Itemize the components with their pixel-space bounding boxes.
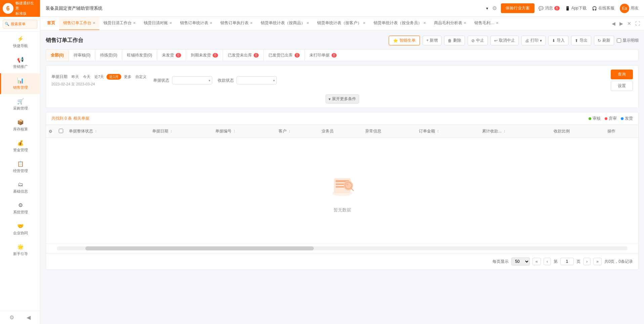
date-shortcut-7days[interactable]: 近7天 — [93, 74, 105, 80]
tab-close-btn[interactable]: ✕ — [210, 21, 212, 25]
tab-cash-reconcile[interactable]: 钱货日清对账 ✕ — [140, 17, 176, 30]
sidebar-settings-btn[interactable]: ⚙ — [9, 314, 14, 321]
import-btn[interactable]: ⬇ 导入 — [548, 36, 568, 45]
sidebar-item-quick-nav[interactable]: ⚡ 快捷导航 — [0, 32, 40, 52]
page-input[interactable] — [560, 258, 574, 265]
show-detail-input[interactable] — [617, 38, 621, 43]
sidebar-collapse-btn[interactable]: ◀ — [27, 314, 31, 321]
tab-sales-stats[interactable]: 销售订单统计表 ✕ — [176, 17, 216, 30]
select-all-checkbox[interactable] — [59, 129, 63, 133]
sidebar-item-sales[interactable]: 📊 销售管理 — [0, 73, 40, 94]
tab-close-btn[interactable]: ✕ — [464, 21, 466, 25]
user-avatar: Ea — [620, 4, 629, 13]
first-page-btn[interactable]: « — [532, 258, 541, 265]
last-page-btn[interactable]: » — [593, 258, 602, 265]
smart-gen-btn[interactable]: ⭐ 智能生单 — [389, 36, 420, 45]
ship-op-btn[interactable]: 发货 — [621, 116, 633, 121]
cancel-stop-btn[interactable]: ↩ 取消中止 — [490, 36, 519, 45]
filter-tab-pending-pick[interactable]: 待拣货(0) — [95, 50, 122, 61]
date-field: 单据日期 昨天 今天 近7天 近1月 更多 自定义 — [51, 74, 148, 80]
tab-margin-analysis[interactable]: 商品毛利分析表 ✕ — [430, 17, 470, 30]
filter-tab-not-shipped[interactable]: 未发货 0 — [157, 50, 186, 61]
filter-tab-shipped-out[interactable]: 已发货已出库 0 — [264, 50, 305, 61]
date-shortcut-1month[interactable]: 近1月 — [106, 74, 121, 80]
tabs-bar: 首页 销售订单工作台 ✕ 钱货日清工作台 ✕ 钱货日清对账 ✕ 销售订单统计表 … — [40, 17, 644, 30]
sidebar-item-system[interactable]: ⚙ 系统管理 — [0, 198, 40, 219]
tab-close-btn[interactable]: ✕ — [423, 21, 426, 25]
review-op-btn[interactable]: 审核 — [589, 116, 601, 121]
tab-close-btn[interactable]: ✕ — [496, 21, 499, 25]
next-page-btn[interactable]: › — [583, 258, 591, 265]
user-menu-btn[interactable]: Ea 用友 — [620, 4, 639, 13]
sidebar-item-ops[interactable]: 📋 经营管理 — [0, 157, 40, 177]
date-shortcut-custom[interactable]: 自定义 — [134, 74, 148, 80]
tab-home[interactable]: 首页 — [43, 17, 59, 30]
industry-btn[interactable]: 体验行业方案 — [501, 3, 534, 13]
tab-close-btn[interactable]: ✕ — [363, 21, 366, 25]
tab-fullscreen-btn[interactable]: ⛶ — [634, 19, 641, 28]
tab-cash-daily[interactable]: 钱货日清工作台 ✕ — [99, 17, 140, 30]
show-detail-checkbox[interactable]: 显示明细 — [617, 38, 639, 43]
app-download-btn[interactable]: 📱 App下载 — [565, 5, 587, 11]
filter-tab-overdue-ship[interactable]: 到期未发货 0 — [186, 50, 223, 61]
col-status: 单据整体状态 ↕ — [66, 125, 149, 138]
print-btn[interactable]: 🖨 打印 ▾ — [521, 36, 546, 45]
sidebar-item-inventory[interactable]: 📦 库存核算 — [0, 115, 40, 136]
export-btn[interactable]: ⬆ 导出 — [571, 36, 591, 45]
prev-page-btn[interactable]: ‹ — [544, 258, 551, 265]
tab-sales-margin[interactable]: 销售毛利… ✕ — [470, 17, 503, 30]
tab-sales-by-product[interactable]: 销货单统计表（按商品） ✕ — [257, 17, 313, 30]
search-menu-btn[interactable]: 🔍 搜索菜单 — [3, 19, 37, 29]
filter-tab-wangpu-ship[interactable]: 旺铺待发货(0) — [122, 50, 157, 61]
delete-btn[interactable]: 🗑 删除 — [444, 36, 465, 45]
search-right: 查询 设置 — [611, 70, 633, 91]
date-shortcut-yesterday[interactable]: 昨天 — [70, 74, 80, 80]
tab-close-btn[interactable]: ✕ — [93, 21, 95, 25]
filter-tab-not-printed[interactable]: 未打印单据 0 — [305, 50, 341, 61]
date-shortcut-more[interactable]: 更多 — [123, 74, 133, 80]
add-btn[interactable]: + 新增 — [423, 36, 441, 45]
date-shortcut-today[interactable]: 今天 — [82, 74, 92, 80]
sidebar-item-finance[interactable]: 💰 资金管理 — [0, 136, 40, 157]
message-btn[interactable]: 💬 消息 6 — [539, 5, 560, 11]
tab-sales-exec[interactable]: 销售订单执行表 ✕ — [216, 17, 257, 30]
tab-scroll-right-btn[interactable]: ▶ — [618, 19, 625, 28]
tab-close-btn[interactable]: ✕ — [250, 21, 253, 25]
tab-scroll-left-btn[interactable]: ◀ — [610, 19, 617, 28]
filter-tab-shipped-not-out[interactable]: 已发货未出库 0 — [223, 50, 264, 61]
filter-settings-btn[interactable]: 设置 — [611, 81, 633, 91]
query-btn[interactable]: 查询 — [611, 70, 633, 79]
col-ratio: 收款比例 — [551, 125, 605, 138]
refresh-btn[interactable]: ↻ 刷新 — [594, 36, 614, 45]
per-page-select[interactable]: 50 100 200 — [511, 257, 530, 266]
stop-btn[interactable]: ⊘ 中止 — [468, 36, 488, 45]
tab-close-btn[interactable]: ✕ — [133, 21, 136, 25]
sidebar-item-newbie[interactable]: 🌟 新手引导 — [0, 240, 40, 260]
col-date: 单据日期 ↕ — [149, 125, 213, 138]
sidebar-item-purchase[interactable]: 🛒 采购管理 — [0, 94, 40, 115]
tab-actions: ◀ ▶ ✕ ⛶ — [610, 19, 641, 28]
filter-tabs: 全部(0) 待审核(0) 待拣货(0) 旺铺待发货(0) 未发货 0 到期未发货 — [46, 49, 639, 61]
tab-close-btn[interactable]: ✕ — [169, 21, 172, 25]
horizontal-scrollbar[interactable] — [57, 246, 628, 250]
payment-select[interactable] — [237, 76, 277, 84]
tab-close-all-btn[interactable]: ✕ — [626, 19, 633, 28]
sidebar-item-base[interactable]: 🗂 基础信息 — [0, 177, 40, 198]
expand-conditions-btn[interactable]: ▾ 展开更多条件 — [326, 94, 359, 104]
topbar-settings-icon[interactable]: ⚙ — [492, 5, 497, 11]
revoke-op-btn[interactable]: 弃审 — [605, 116, 617, 121]
tab-sales-by-salesman[interactable]: 销货单统计表（按业务员） ✕ — [370, 17, 430, 30]
system-dropdown[interactable]: ▾ — [486, 6, 488, 11]
refresh-icon: ↻ — [598, 38, 601, 43]
sidebar-item-marketing[interactable]: 📢 营销推广 — [0, 52, 40, 73]
newbie-icon: 🌟 — [17, 244, 24, 250]
tab-close-btn[interactable]: ✕ — [306, 21, 309, 25]
sidebar-item-enterprise[interactable]: 🤝 企业协同 — [0, 219, 40, 240]
tab-sales-by-customer[interactable]: 销货单统计表（按客户） ✕ — [313, 17, 370, 30]
filter-tab-all[interactable]: 全部(0) — [46, 50, 69, 61]
tab-sales-order-workbench[interactable]: 销售订单工作台 ✕ — [59, 17, 99, 30]
page: 销售订单工作台 ⭐ 智能生单 + 新增 🗑 删除 ⊘ 中止 — [40, 30, 644, 275]
filter-tab-pending-review[interactable]: 待审核(0) — [69, 50, 96, 61]
status-select[interactable] — [172, 76, 212, 84]
online-service-btn[interactable]: 🎧 在线客服 — [592, 5, 614, 11]
